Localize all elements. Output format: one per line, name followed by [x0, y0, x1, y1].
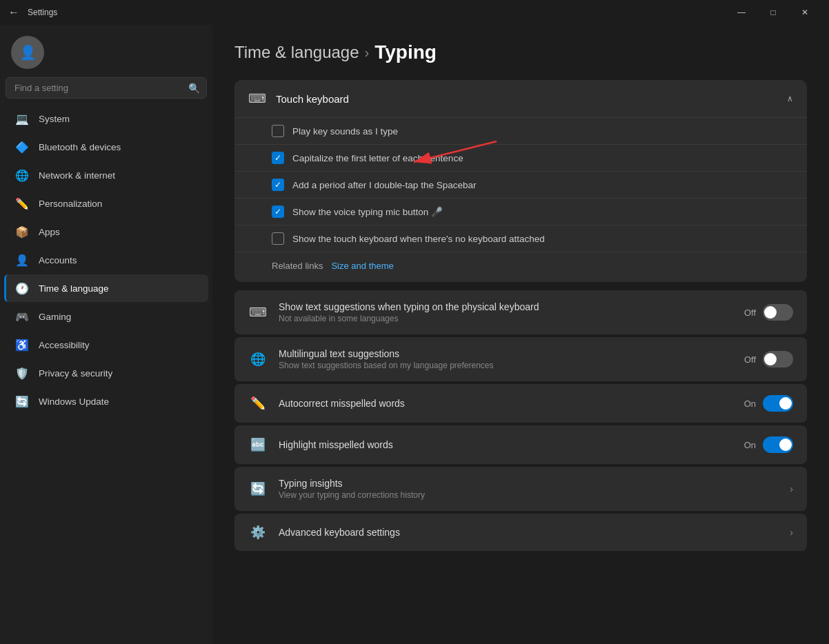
- sidebar-icon-privacy: 🛡️: [15, 366, 29, 380]
- sidebar-icon-accessibility: ♿: [15, 338, 29, 352]
- sidebar-item-windows-update[interactable]: 🔄 Windows Update: [4, 388, 208, 415]
- toggle-autocorrect[interactable]: [763, 395, 793, 412]
- sidebar-item-time-language[interactable]: 🕐 Time & language: [4, 274, 208, 302]
- maximize-button[interactable]: □: [757, 0, 789, 25]
- search-input[interactable]: [6, 77, 207, 99]
- checkbox-label-period: Add a period after I double-tap the Spac…: [292, 180, 476, 190]
- sidebar-label-time-language: Time & language: [39, 283, 109, 294]
- toggle-thumb-highlight: [779, 439, 792, 451]
- setting-row-multilingual[interactable]: 🌐 Multilingual text suggestions Show tex…: [234, 337, 807, 381]
- setting-row-text-suggestions[interactable]: ⌨ Show text suggestions when typing on t…: [234, 290, 807, 334]
- checkbox-rows: Play key sounds as I type Capitalize the…: [234, 117, 807, 252]
- setting-title-typing-insights: Typing insights: [279, 478, 425, 489]
- checkbox-period[interactable]: [272, 179, 284, 191]
- sidebar-label-accessibility: Accessibility: [39, 340, 90, 350]
- related-links-label: Related links: [272, 261, 323, 271]
- app-body: 👤 🔍 💻 System 🔷 Bluetooth & devices 🌐 Net…: [0, 25, 829, 644]
- sidebar-icon-windows-update: 🔄: [15, 394, 29, 408]
- checkbox-label-touch-kb: Show the touch keyboard when there's no …: [292, 234, 545, 244]
- chevron-right-icon: ›: [790, 483, 793, 494]
- profile-section: 👤: [0, 25, 212, 77]
- setting-row-autocorrect[interactable]: ✏️ Autocorrect misspelled words On: [234, 384, 807, 423]
- keyboard-icon: ⌨: [248, 91, 266, 106]
- window-controls: — □ ✕: [726, 0, 821, 25]
- toggle-label-text-suggestions: Off: [744, 308, 756, 318]
- setting-icon-typing-insights: 🔄: [248, 481, 268, 496]
- checkbox-capitalize[interactable]: [272, 152, 284, 164]
- size-and-theme-link[interactable]: Size and theme: [331, 261, 393, 271]
- setting-icon-highlight: 🔤: [248, 437, 268, 452]
- touch-keyboard-section: ⌨ Touch keyboard ∧ Play key sounds as I …: [234, 80, 807, 282]
- sidebar-item-accounts[interactable]: 👤 Accounts: [4, 246, 208, 274]
- sidebar-label-personalization: Personalization: [39, 199, 102, 209]
- setting-subtitle-text-suggestions: Not available in some languages: [279, 314, 539, 323]
- checkbox-key-sounds[interactable]: [272, 125, 284, 137]
- setting-row-highlight[interactable]: 🔤 Highlight misspelled words On: [234, 425, 807, 464]
- main-content: Time & language › Typing ⌨ Touch keyboar…: [212, 25, 829, 644]
- app-title: Settings: [28, 8, 57, 17]
- sidebar-item-privacy[interactable]: 🛡️ Privacy & security: [4, 359, 208, 387]
- setting-subtitle-typing-insights: View your typing and corrections history: [279, 490, 425, 500]
- search-box: 🔍: [6, 77, 207, 99]
- sidebar-icon-time-language: 🕐: [15, 281, 29, 295]
- checkbox-row-period[interactable]: Add a period after I double-tap the Spac…: [234, 171, 807, 198]
- checkbox-row-capitalize[interactable]: Capitalize the first letter of each sent…: [234, 144, 807, 171]
- setting-icon-text-suggestions: ⌨: [248, 305, 268, 320]
- sidebar-icon-accounts: 👤: [15, 253, 29, 267]
- related-links: Related links Size and theme: [234, 252, 807, 282]
- sidebar-item-bluetooth[interactable]: 🔷 Bluetooth & devices: [4, 133, 208, 161]
- setting-icon-autocorrect: ✏️: [248, 396, 268, 411]
- toggle-label-multilingual: Off: [744, 354, 756, 365]
- sidebar-label-windows-update: Windows Update: [39, 396, 109, 407]
- checkbox-row-voice-mic[interactable]: Show the voice typing mic button 🎤: [234, 198, 807, 225]
- toggle-label-highlight: On: [744, 440, 756, 450]
- setting-title-multilingual: Multilingual text suggestions: [279, 348, 494, 359]
- toggle-thumb-text-suggestions: [764, 306, 777, 319]
- title-back-arrow[interactable]: ←: [8, 6, 19, 19]
- sidebar-label-network: Network & internet: [39, 170, 115, 181]
- sidebar-icon-gaming: 🎮: [15, 310, 29, 323]
- setting-icon-multilingual: 🌐: [248, 352, 268, 367]
- sidebar-item-gaming[interactable]: 🎮 Gaming: [4, 303, 208, 330]
- sidebar-item-apps[interactable]: 📦 Apps: [4, 218, 208, 245]
- setting-row-typing-insights[interactable]: 🔄 Typing insights View your typing and c…: [234, 467, 807, 511]
- checkbox-label-key-sounds: Play key sounds as I type: [292, 126, 398, 137]
- sidebar-label-system: System: [39, 114, 70, 124]
- chevron-up-icon: ∧: [787, 94, 793, 103]
- toggle-multilingual[interactable]: [763, 351, 793, 368]
- sidebar-item-system[interactable]: 💻 System: [4, 105, 208, 132]
- checkbox-row-touch-kb[interactable]: Show the touch keyboard when there's no …: [234, 225, 807, 252]
- setting-icon-advanced-keyboard: ⚙️: [248, 525, 268, 540]
- touch-keyboard-header[interactable]: ⌨ Touch keyboard ∧: [234, 80, 807, 117]
- setting-title-advanced-keyboard: Advanced keyboard settings: [279, 527, 400, 538]
- sidebar-label-accounts: Accounts: [39, 255, 77, 265]
- sidebar-item-network[interactable]: 🌐 Network & internet: [4, 161, 208, 189]
- checkbox-touch-kb[interactable]: [272, 232, 284, 245]
- avatar: 👤: [11, 36, 44, 69]
- breadcrumb-parent: Time & language: [234, 43, 359, 62]
- sidebar-icon-bluetooth: 🔷: [15, 140, 29, 154]
- chevron-right-icon: ›: [790, 527, 793, 538]
- sidebar-nav: 💻 System 🔷 Bluetooth & devices 🌐 Network…: [0, 104, 212, 416]
- setting-subtitle-multilingual: Show text suggestions based on my langua…: [279, 361, 494, 370]
- toggle-text-suggestions[interactable]: [763, 304, 793, 321]
- breadcrumb: Time & language › Typing: [234, 41, 807, 63]
- search-icon: 🔍: [188, 83, 200, 94]
- setting-row-advanced-keyboard[interactable]: ⚙️ Advanced keyboard settings ›: [234, 514, 807, 551]
- toggle-thumb-autocorrect: [779, 397, 792, 410]
- close-button[interactable]: ✕: [789, 0, 821, 25]
- checkbox-label-voice-mic: Show the voice typing mic button 🎤: [292, 206, 443, 217]
- setting-title-autocorrect: Autocorrect misspelled words: [279, 398, 405, 409]
- sidebar-item-accessibility[interactable]: ♿ Accessibility: [4, 331, 208, 359]
- touch-keyboard-title: Touch keyboard: [276, 93, 349, 105]
- minimize-button[interactable]: —: [726, 0, 757, 25]
- breadcrumb-current: Typing: [374, 41, 437, 63]
- checkbox-voice-mic[interactable]: [272, 205, 284, 218]
- settings-rows: ⌨ Show text suggestions when typing on t…: [234, 290, 807, 551]
- sidebar-item-personalization[interactable]: ✏️ Personalization: [4, 190, 208, 217]
- sidebar-label-apps: Apps: [39, 227, 60, 237]
- checkbox-row-key-sounds[interactable]: Play key sounds as I type: [234, 117, 807, 144]
- toggle-highlight[interactable]: [763, 436, 793, 453]
- sidebar-label-privacy: Privacy & security: [39, 368, 112, 379]
- breadcrumb-separator: ›: [365, 45, 370, 61]
